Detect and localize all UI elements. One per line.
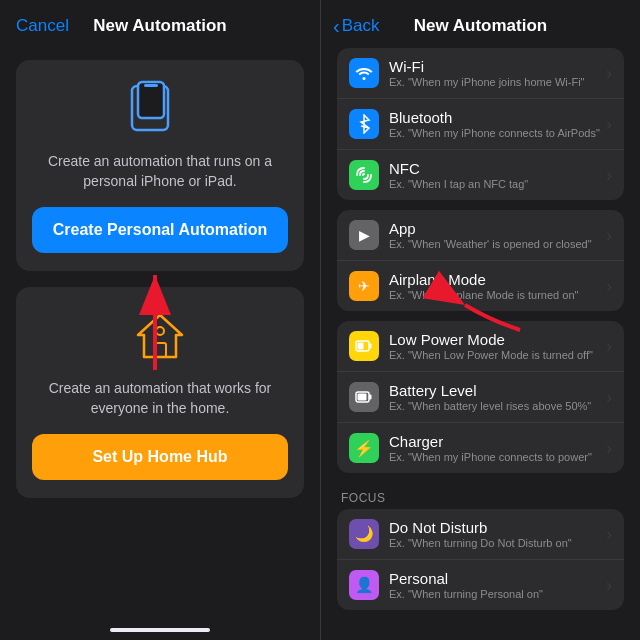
list-item-bluetooth[interactable]: Bluetooth Ex. "When my iPhone connects t… — [337, 99, 624, 150]
lowpower-text: Low Power Mode Ex. "When Low Power Mode … — [389, 331, 602, 361]
airplane-chevron-icon: › — [606, 276, 612, 297]
dnd-icon: 🌙 — [349, 519, 379, 549]
left-title: New Automation — [93, 16, 226, 36]
svg-rect-3 — [154, 343, 166, 357]
svg-rect-1 — [138, 82, 164, 118]
list-item-wifi[interactable]: Wi-Fi Ex. "When my iPhone joins home Wi-… — [337, 48, 624, 99]
home-card-desc: Create an automation that works for ever… — [32, 379, 288, 418]
personal-icon: 👤 — [349, 570, 379, 600]
list-item-airplane[interactable]: ✈ Airplane Mode Ex. "When Airplane Mode … — [337, 261, 624, 311]
nfc-chevron-icon: › — [606, 165, 612, 186]
wifi-icon — [349, 58, 379, 88]
nfc-title: NFC — [389, 160, 602, 177]
dnd-text: Do Not Disturb Ex. "When turning Do Not … — [389, 519, 602, 549]
dnd-sub: Ex. "When turning Do Not Disturb on" — [389, 537, 602, 549]
right-header: ‹ Back New Automation — [321, 0, 640, 48]
list-item-charger[interactable]: ⚡ Charger Ex. "When my iPhone connects t… — [337, 423, 624, 473]
lowpower-sub: Ex. "When Low Power Mode is turned off" — [389, 349, 602, 361]
back-label: Back — [342, 16, 380, 36]
battery-title: Battery Level — [389, 382, 602, 399]
list-item-lowpower[interactable]: Low Power Mode Ex. "When Low Power Mode … — [337, 321, 624, 372]
focus-section: FOCUS 🌙 Do Not Disturb Ex. "When turning… — [337, 483, 624, 610]
nfc-sub: Ex. "When I tap an NFC tag" — [389, 178, 602, 190]
svg-point-4 — [156, 327, 164, 335]
focus-section-header: FOCUS — [337, 483, 624, 509]
wifi-title: Wi-Fi — [389, 58, 602, 75]
nfc-text: NFC Ex. "When I tap an NFC tag" — [389, 160, 602, 190]
personal-title: Personal — [389, 570, 602, 587]
cancel-button[interactable]: Cancel — [16, 16, 69, 36]
personal-text: Personal Ex. "When turning Personal on" — [389, 570, 602, 600]
list-item-battery[interactable]: Battery Level Ex. "When battery level ri… — [337, 372, 624, 423]
personal-card: Create an automation that runs on a pers… — [16, 60, 304, 271]
list-section-1: Wi-Fi Ex. "When my iPhone joins home Wi-… — [337, 48, 624, 200]
bluetooth-text: Bluetooth Ex. "When my iPhone connects t… — [389, 109, 602, 139]
charger-sub: Ex. "When my iPhone connects to power" — [389, 451, 602, 463]
svg-rect-8 — [358, 343, 364, 350]
list-section-4: 🌙 Do Not Disturb Ex. "When turning Do No… — [337, 509, 624, 610]
svg-rect-2 — [144, 84, 158, 87]
svg-rect-10 — [369, 395, 372, 400]
lowpower-title: Low Power Mode — [389, 331, 602, 348]
app-title: App — [389, 220, 602, 237]
svg-rect-7 — [369, 344, 372, 349]
bluetooth-title: Bluetooth — [389, 109, 602, 126]
personal-card-desc: Create an automation that runs on a pers… — [32, 152, 288, 191]
right-title: New Automation — [414, 16, 547, 36]
app-chevron-icon: › — [606, 225, 612, 246]
back-button[interactable]: ‹ Back — [333, 15, 379, 38]
bluetooth-sub: Ex. "When my iPhone connects to AirPods" — [389, 127, 602, 139]
list-item-nfc[interactable]: NFC Ex. "When I tap an NFC tag" › — [337, 150, 624, 200]
charger-text: Charger Ex. "When my iPhone connects to … — [389, 433, 602, 463]
airplane-title: Airplane Mode — [389, 271, 602, 288]
set-up-home-hub-button[interactable]: Set Up Home Hub — [32, 434, 288, 480]
wifi-text: Wi-Fi Ex. "When my iPhone joins home Wi-… — [389, 58, 602, 88]
home-card: Create an automation that works for ever… — [16, 287, 304, 498]
svg-rect-11 — [358, 394, 367, 401]
airplane-sub: Ex. "When Airplane Mode is turned on" — [389, 289, 602, 301]
list-item-personal[interactable]: 👤 Personal Ex. "When turning Personal on… — [337, 560, 624, 610]
personal-sub: Ex. "When turning Personal on" — [389, 588, 602, 600]
airplane-icon: ✈ — [349, 271, 379, 301]
list-section-2: ▶ App Ex. "When 'Weather' is opened or c… — [337, 210, 624, 311]
battery-icon — [349, 382, 379, 412]
app-icon: ▶ — [349, 220, 379, 250]
dnd-title: Do Not Disturb — [389, 519, 602, 536]
personal-chevron-icon: › — [606, 575, 612, 596]
wifi-sub: Ex. "When my iPhone joins home Wi-Fi" — [389, 76, 602, 88]
bluetooth-icon — [349, 109, 379, 139]
battery-text: Battery Level Ex. "When battery level ri… — [389, 382, 602, 412]
list-section-3: Low Power Mode Ex. "When Low Power Mode … — [337, 321, 624, 473]
charger-chevron-icon: › — [606, 438, 612, 459]
nfc-icon — [349, 160, 379, 190]
create-personal-automation-button[interactable]: Create Personal Automation — [32, 207, 288, 253]
charger-icon: ⚡ — [349, 433, 379, 463]
battery-sub: Ex. "When battery level rises above 50%" — [389, 400, 602, 412]
list-item-dnd[interactable]: 🌙 Do Not Disturb Ex. "When turning Do No… — [337, 509, 624, 560]
left-body: Create an automation that runs on a pers… — [0, 48, 320, 640]
list-item-app[interactable]: ▶ App Ex. "When 'Weather' is opened or c… — [337, 210, 624, 261]
app-sub: Ex. "When 'Weather' is opened or closed" — [389, 238, 602, 250]
left-header: Cancel New Automation — [0, 0, 320, 48]
personal-card-icon — [124, 80, 196, 140]
charger-title: Charger — [389, 433, 602, 450]
lowpower-icon — [349, 331, 379, 361]
airplane-text: Airplane Mode Ex. "When Airplane Mode is… — [389, 271, 602, 301]
lowpower-chevron-icon: › — [606, 336, 612, 357]
app-text: App Ex. "When 'Weather' is opened or clo… — [389, 220, 602, 250]
dnd-chevron-icon: › — [606, 524, 612, 545]
back-chevron-icon: ‹ — [333, 15, 340, 38]
wifi-chevron-icon: › — [606, 63, 612, 84]
battery-chevron-icon: › — [606, 387, 612, 408]
home-card-icon — [132, 307, 188, 367]
bt-chevron-icon: › — [606, 114, 612, 135]
home-bar — [110, 628, 210, 632]
right-list: Wi-Fi Ex. "When my iPhone joins home Wi-… — [321, 48, 640, 640]
